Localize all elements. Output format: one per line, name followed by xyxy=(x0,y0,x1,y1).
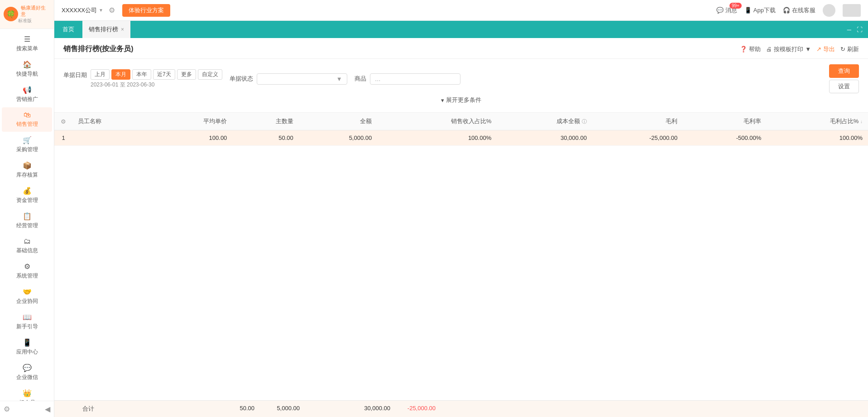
refresh-icon: ↻ xyxy=(840,46,845,53)
sidebar-item-appstore[interactable]: 📱 应用中心 xyxy=(2,335,52,359)
cell-gross-pct: 100.00% xyxy=(767,130,868,146)
date-year-btn[interactable]: 本年 xyxy=(132,69,151,80)
sidebar-icon-sales: 🛍 xyxy=(24,111,31,119)
online-service-icon: 🎧 xyxy=(783,7,790,14)
col-amount: 全额 xyxy=(299,113,377,130)
col-avg-price: 平均单价 xyxy=(153,113,233,130)
footer-label: 合计 xyxy=(82,405,182,413)
topbar-settings-icon[interactable]: ⚙ xyxy=(109,6,115,14)
app-download-button[interactable]: 📱 App下载 xyxy=(744,6,776,14)
company-selector[interactable]: XXXXXX公司 ▼ xyxy=(62,6,103,14)
app-version: 标准版 xyxy=(18,18,50,24)
date-range-text: 2023-06-01 至 2023-06-30 xyxy=(91,81,222,89)
tab-home[interactable]: 首页 xyxy=(54,21,82,38)
sidebar-item-basic[interactable]: 🗂 基础信息 xyxy=(2,234,52,258)
cell-gross-rate: -500.00% xyxy=(683,130,767,146)
date-buttons: 上月 本月 本年 近7天 更多 自定义 xyxy=(91,69,222,80)
tab-close-icon[interactable]: × xyxy=(121,26,124,33)
date-7days-btn[interactable]: 近7天 xyxy=(153,69,175,80)
query-button[interactable]: 查询 xyxy=(829,64,859,78)
sidebar-label-finance: 资金管理 xyxy=(16,197,38,204)
settings-col-icon[interactable]: ⚙ xyxy=(61,118,66,125)
sidebar-label-marketing: 营销推广 xyxy=(16,96,38,103)
table-footer: 合计 50.00 5,000.00 30,000.00 -25,000.00 xyxy=(54,400,868,417)
sidebar-label-enterprise: 企业协同 xyxy=(16,297,38,305)
export-button[interactable]: ↗ 导出 xyxy=(816,45,835,53)
message-icon: 💬 xyxy=(716,7,724,14)
doc-status-label: 单据状态 xyxy=(230,75,253,83)
online-service-button[interactable]: 🎧 在线客服 xyxy=(783,6,815,14)
message-button[interactable]: 💬 消息 99+ xyxy=(716,6,737,14)
app-download-icon: 📱 xyxy=(744,7,752,14)
doc-status-group: 单据状态 ▼ xyxy=(230,73,347,85)
page-actions: ❓ 帮助 🖨 按模板打印 ▼ ↗ 导出 ↻ 刷新 xyxy=(740,45,859,53)
sidebar-label-system: 系统管理 xyxy=(16,272,38,280)
sidebar-item-sales[interactable]: 🛍 销售管理 xyxy=(2,107,52,132)
logo: 🍀 畅康通好生意 标准版 xyxy=(0,0,54,29)
table-header-row: ⚙ 员工名称 平均单价 主数量 全额 销售收入占比% 成本全额 ⓘ 毛利 毛利率… xyxy=(54,113,868,130)
sidebar-item-inventory[interactable]: 📦 库存核算 xyxy=(2,158,52,182)
template-print-button[interactable]: 🖨 按模板打印 ▼ xyxy=(766,45,811,53)
refresh-button[interactable]: ↻ 刷新 xyxy=(840,45,859,53)
settings-button[interactable]: 设置 xyxy=(829,80,859,93)
content-area: 销售排行榜(按业务员) ❓ 帮助 🖨 按模板打印 ▼ ↗ 导出 xyxy=(54,38,868,417)
trial-button[interactable]: 体验行业方案 xyxy=(122,4,170,17)
online-service-label: 在线客服 xyxy=(792,6,815,14)
cell-sales-pct: 100.00% xyxy=(377,130,497,146)
help-button[interactable]: ❓ 帮助 xyxy=(740,45,761,53)
sidebar-item-operations[interactable]: 📋 经营管理 xyxy=(2,208,52,233)
tab-expand-icon[interactable]: ⛶ xyxy=(857,26,863,33)
app-name: 畅康通好生意 xyxy=(21,5,50,18)
export-icon: ↗ xyxy=(816,46,821,53)
export-label: 导出 xyxy=(823,45,835,53)
sidebar-icon-wechat: 💬 xyxy=(23,364,32,372)
sidebar-settings-icon[interactable]: ⚙ xyxy=(4,405,10,413)
sidebar-item-enterprise[interactable]: 🤝 企业协同 xyxy=(2,284,52,309)
data-table: ⚙ 员工名称 平均单价 主数量 全额 销售收入占比% 成本全额 ⓘ 毛利 毛利率… xyxy=(54,113,868,146)
date-more-btn[interactable]: 更多 xyxy=(177,69,196,80)
sidebar-item-marketing[interactable]: 📢 营销推广 xyxy=(2,82,52,107)
col-cost: 成本全额 ⓘ xyxy=(497,113,592,130)
page-container: 销售排行榜(按业务员) ❓ 帮助 🖨 按模板打印 ▼ ↗ 导出 xyxy=(54,38,868,417)
footer-cost: 30,000.00 xyxy=(345,405,390,413)
sidebar-item-purchase[interactable]: 🛒 采购管理 xyxy=(2,132,52,157)
help-icon: ❓ xyxy=(740,46,747,53)
cell-cost: 30,000.00 xyxy=(497,130,592,146)
table-row: 1 100.00 50.00 5,000.00 100.00% 30,000.0… xyxy=(54,130,868,146)
col-settings: ⚙ xyxy=(54,113,72,130)
avatar[interactable] xyxy=(823,4,835,17)
sidebar-collapse-icon[interactable]: ◀ xyxy=(45,405,50,413)
date-custom-btn[interactable]: 自定义 xyxy=(198,69,222,80)
sidebar-item-newbie[interactable]: 📖 新手引导 xyxy=(2,309,52,334)
sidebar-item-finance[interactable]: 💰 资金管理 xyxy=(2,183,52,208)
sidebar-icon-marketing: 📢 xyxy=(23,86,32,94)
tab-label: 销售排行榜 xyxy=(89,25,118,34)
sidebar-item-member[interactable]: 👑 畅会员 xyxy=(2,385,52,401)
footer-amount: 5,000.00 xyxy=(254,405,300,413)
sidebar-item-system[interactable]: ⚙ 系统管理 xyxy=(2,259,52,283)
refresh-label: 刷新 xyxy=(847,45,859,53)
doc-status-select[interactable]: ▼ xyxy=(257,73,347,85)
tab-minimize-icon[interactable]: ─ xyxy=(847,26,851,33)
sidebar-icon-operations: 📋 xyxy=(23,212,32,220)
sidebar-icon-search: ☰ xyxy=(24,35,30,43)
footer-qty: 50.00 xyxy=(218,405,254,413)
expand-label: 展开更多条件 xyxy=(446,96,481,104)
sidebar-icon-appstore: 📱 xyxy=(23,338,32,347)
sidebar-item-search[interactable]: ☰ 搜索菜单 xyxy=(2,31,52,56)
tab-sales-ranking[interactable]: 销售排行榜 × xyxy=(82,21,130,38)
filter-row-1: 单据日期 上月 本月 本年 近7天 更多 自定义 2023-06-01 至 20… xyxy=(63,64,859,93)
sidebar-icon-system: ⚙ xyxy=(24,262,30,271)
table-body: 1 100.00 50.00 5,000.00 100.00% 30,000.0… xyxy=(54,130,868,146)
sidebar-item-quick-nav[interactable]: 🏠 快捷导航 xyxy=(2,57,52,81)
topbar-right: 💬 消息 99+ 📱 App下载 🎧 在线客服 xyxy=(716,4,861,17)
tabbar: 首页 销售排行榜 × ─ ⛶ xyxy=(54,21,868,38)
col-qty: 主数量 xyxy=(232,113,298,130)
sidebar-label-quick-nav: 快捷导航 xyxy=(16,70,38,78)
date-cur-btn[interactable]: 本月 xyxy=(111,69,130,80)
sidebar-item-wechat[interactable]: 💬 企业微信 xyxy=(2,360,52,385)
main-content: XXXXXX公司 ▼ ⚙ 体验行业方案 💬 消息 99+ 📱 App下载 🎧 在… xyxy=(54,0,868,417)
expand-more-btn[interactable]: ▾ 展开更多条件 xyxy=(63,93,859,107)
date-prev-btn[interactable]: 上月 xyxy=(91,69,110,80)
goods-input[interactable]: … xyxy=(370,73,460,85)
